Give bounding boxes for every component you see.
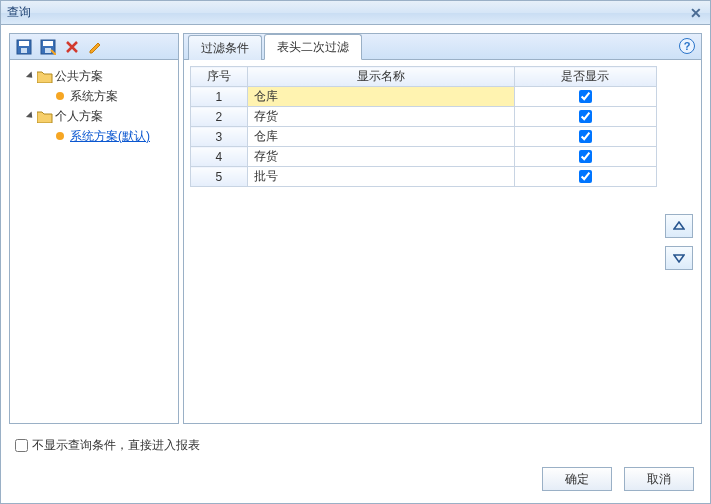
tab-strip: 过滤条件 表头二次过滤 ? (184, 34, 701, 60)
chevron-down-icon (26, 111, 35, 120)
row-show-cell (514, 127, 656, 147)
tree-label: 系统方案(默认) (70, 128, 150, 145)
col-display-name[interactable]: 显示名称 (247, 67, 514, 87)
dialog-window: 查询 ✕ (0, 0, 711, 504)
left-panel: 公共方案 系统方案 个人方案 系统方案(默认) (9, 33, 179, 424)
table-row[interactable]: 5批号 (191, 167, 657, 187)
row-show-checkbox[interactable] (579, 110, 592, 123)
tree-label: 个人方案 (55, 108, 103, 125)
move-down-button[interactable] (665, 246, 693, 270)
row-seq: 1 (191, 87, 248, 107)
row-show-checkbox[interactable] (579, 90, 592, 103)
tree-node-personal[interactable]: 个人方案 (12, 106, 176, 126)
row-display-name[interactable]: 存货 (247, 107, 514, 127)
tab-body: 序号 显示名称 是否显示 1仓库2存货3仓库4存货5批号 (184, 60, 701, 423)
svg-rect-4 (43, 41, 53, 46)
tree-node-public-child[interactable]: 系统方案 (12, 86, 176, 106)
row-display-name[interactable]: 批号 (247, 167, 514, 187)
folder-icon (37, 110, 53, 123)
tab-header-secondary-filter[interactable]: 表头二次过滤 (264, 34, 362, 60)
dialog-title: 查询 (7, 4, 688, 21)
close-icon[interactable]: ✕ (688, 5, 704, 21)
row-seq: 2 (191, 107, 248, 127)
row-seq: 4 (191, 147, 248, 167)
delete-icon[interactable] (64, 39, 80, 55)
tree-label: 公共方案 (55, 68, 103, 85)
reorder-buttons (663, 66, 695, 417)
table-row[interactable]: 1仓库 (191, 87, 657, 107)
row-show-cell (514, 147, 656, 167)
help-icon[interactable]: ? (679, 38, 695, 54)
scheme-tree: 公共方案 系统方案 个人方案 系统方案(默认) (10, 60, 178, 423)
row-display-name[interactable]: 存货 (247, 147, 514, 167)
footer-buttons: 确定 取消 (1, 459, 710, 503)
chevron-down-icon (26, 71, 35, 80)
saveas-icon[interactable] (40, 39, 56, 55)
table-row[interactable]: 3仓库 (191, 127, 657, 147)
save-icon[interactable] (16, 39, 32, 55)
svg-rect-5 (45, 48, 51, 53)
dialog-body: 公共方案 系统方案 个人方案 系统方案(默认) (1, 25, 710, 432)
bullet-icon (56, 132, 64, 140)
grid-area: 序号 显示名称 是否显示 1仓库2存货3仓库4存货5批号 (190, 66, 657, 417)
titlebar: 查询 ✕ (1, 1, 710, 25)
row-show-checkbox[interactable] (579, 170, 592, 183)
row-display-name[interactable]: 仓库 (247, 127, 514, 147)
table-row[interactable]: 4存货 (191, 147, 657, 167)
folder-icon (37, 70, 53, 83)
row-show-cell (514, 107, 656, 127)
right-panel: 过滤条件 表头二次过滤 ? 序号 显示名称 是否显示 1仓库2存货3 (183, 33, 702, 424)
cancel-button[interactable]: 取消 (624, 467, 694, 491)
skip-conditions-label[interactable]: 不显示查询条件，直接进入报表 (32, 437, 200, 454)
ok-button[interactable]: 确定 (542, 467, 612, 491)
row-seq: 3 (191, 127, 248, 147)
svg-rect-2 (21, 48, 27, 53)
footer-options: 不显示查询条件，直接进入报表 (1, 432, 710, 459)
row-seq: 5 (191, 167, 248, 187)
col-show[interactable]: 是否显示 (514, 67, 656, 87)
row-display-name[interactable]: 仓库 (247, 87, 514, 107)
tree-node-personal-child[interactable]: 系统方案(默认) (12, 126, 176, 146)
tree-label: 系统方案 (70, 88, 118, 105)
tab-filter-conditions[interactable]: 过滤条件 (188, 35, 262, 60)
move-up-button[interactable] (665, 214, 693, 238)
row-show-checkbox[interactable] (579, 130, 592, 143)
row-show-checkbox[interactable] (579, 150, 592, 163)
skip-conditions-checkbox[interactable] (15, 439, 28, 452)
row-show-cell (514, 167, 656, 187)
bullet-icon (56, 92, 64, 100)
table-row[interactable]: 2存货 (191, 107, 657, 127)
tree-node-public[interactable]: 公共方案 (12, 66, 176, 86)
header-filter-table: 序号 显示名称 是否显示 1仓库2存货3仓库4存货5批号 (190, 66, 657, 187)
edit-icon[interactable] (88, 39, 104, 55)
row-show-cell (514, 87, 656, 107)
left-toolbar (10, 34, 178, 60)
svg-rect-1 (19, 41, 29, 46)
col-seq[interactable]: 序号 (191, 67, 248, 87)
